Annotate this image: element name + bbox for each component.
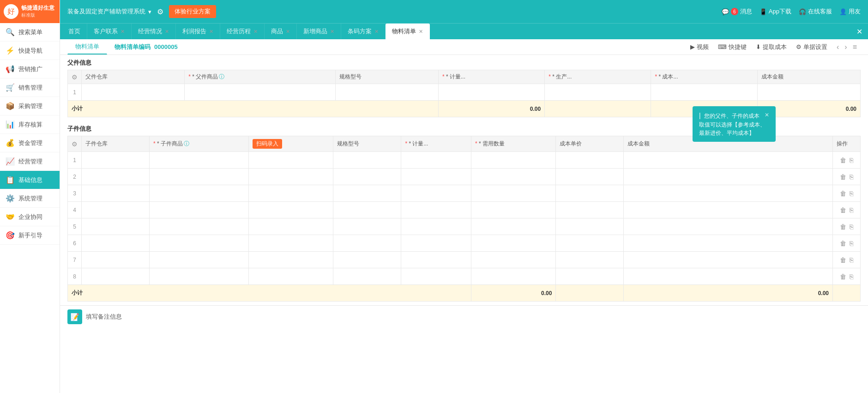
child-row-8-spec[interactable] [333, 268, 401, 285]
app-download-btn[interactable]: 📱 App下载 [760, 7, 791, 16]
child-row-3-spec[interactable] [333, 185, 401, 202]
child-row-8-delete-btn[interactable]: 🗑 [840, 273, 846, 280]
child-row-7-unit-price[interactable] [556, 252, 624, 268]
subtab-wuliaoqingdan[interactable]: 物料清单 [67, 39, 107, 54]
sidebar-item-5[interactable]: 📊库存核算 [0, 115, 60, 134]
child-row-1-copy-btn[interactable]: ⎘ [850, 157, 853, 164]
nav-tab-close-4[interactable]: ✕ [253, 29, 258, 35]
message-btn[interactable]: 💬 6 消息 [722, 7, 752, 16]
nav-tab-2[interactable]: 经营情况✕ [132, 24, 176, 39]
online-service-btn[interactable]: 🎧 在线客服 [799, 7, 832, 16]
child-row-5-delete-btn[interactable]: 🗑 [840, 223, 846, 230]
child-row-4-amount[interactable] [624, 202, 833, 218]
child-row-6-qty[interactable] [471, 235, 556, 252]
child-row-1-product[interactable] [150, 152, 249, 169]
next-btn[interactable]: › [843, 42, 849, 52]
child-row-1-unit-price[interactable] [556, 152, 624, 169]
child-row-8-unit-price[interactable] [556, 268, 624, 285]
scan-input-btn[interactable]: 扫码录入 [253, 139, 282, 149]
child-row-6-unit[interactable] [401, 235, 471, 252]
child-row-6-amount[interactable] [624, 235, 833, 252]
sidebar-item-3[interactable]: 🛒销售管理 [0, 79, 60, 97]
child-row-2-unit[interactable] [401, 169, 471, 185]
child-row-7-copy-btn[interactable]: ⎘ [850, 256, 853, 264]
child-row-5-qty[interactable] [471, 218, 556, 235]
parent-row-1-amount[interactable] [757, 84, 860, 101]
nav-tab-close-7[interactable]: ✕ [374, 29, 379, 35]
child-row-8-scan[interactable] [249, 268, 333, 285]
video-btn[interactable]: ▶ 视频 [687, 41, 712, 53]
child-row-2-scan[interactable] [249, 169, 333, 185]
child-row-2-qty[interactable] [471, 169, 556, 185]
shortcut-btn[interactable]: ⌨ 快捷键 [714, 41, 750, 53]
child-row-5-scan[interactable] [249, 218, 333, 235]
close-all-btn[interactable]: ✕ [853, 25, 866, 38]
child-row-5-product[interactable] [150, 218, 249, 235]
nav-tab-0[interactable]: 首页 [62, 24, 87, 39]
sidebar-item-4[interactable]: 📦采购管理 [0, 97, 60, 115]
child-row-2-amount[interactable] [624, 169, 833, 185]
child-row-6-delete-btn[interactable]: 🗑 [840, 240, 846, 247]
parent-row-1-unit[interactable] [438, 84, 544, 101]
child-row-3-amount[interactable] [624, 185, 833, 202]
grid-view-btn[interactable]: ≡ [851, 42, 859, 52]
nav-tab-7[interactable]: 条码方案✕ [341, 24, 386, 39]
child-row-5-copy-btn[interactable]: ⎘ [850, 223, 853, 230]
child-row-1-delete-btn[interactable]: 🗑 [840, 157, 846, 164]
child-row-7-delete-btn[interactable]: 🗑 [840, 256, 846, 264]
sidebar-item-11[interactable]: 🎯新手引导 [0, 226, 60, 245]
child-row-6-spec[interactable] [333, 235, 401, 252]
child-row-6-warehouse[interactable] [82, 235, 150, 252]
prev-btn[interactable]: ‹ [835, 42, 841, 52]
child-row-4-spec[interactable] [333, 202, 401, 218]
child-row-2-unit-price[interactable] [556, 169, 624, 185]
child-row-7-product[interactable] [150, 252, 249, 268]
child-row-3-scan[interactable] [249, 185, 333, 202]
child-row-7-amount[interactable] [624, 252, 833, 268]
child-row-3-copy-btn[interactable]: ⎘ [850, 190, 853, 197]
nav-tab-close-5[interactable]: ✕ [286, 29, 290, 35]
parent-row-1-cost[interactable] [651, 84, 757, 101]
child-row-2-spec[interactable] [333, 169, 401, 185]
child-gear-icon[interactable]: ⚙ [72, 140, 78, 148]
user-btn[interactable]: 👤 用友 [839, 7, 861, 16]
child-row-4-delete-btn[interactable]: 🗑 [840, 206, 846, 214]
child-row-2-delete-btn[interactable]: 🗑 [840, 173, 846, 181]
child-row-7-qty[interactable] [471, 252, 556, 268]
sidebar-item-10[interactable]: 🤝企业协同 [0, 208, 60, 226]
sidebar-item-7[interactable]: 📈经营管理 [0, 152, 60, 171]
child-row-1-scan[interactable] [249, 152, 333, 169]
child-row-1-spec[interactable] [333, 152, 401, 169]
nav-tab-close-3[interactable]: ✕ [209, 29, 213, 35]
child-row-4-warehouse[interactable] [82, 202, 150, 218]
child-row-4-qty[interactable] [471, 202, 556, 218]
child-row-3-qty[interactable] [471, 185, 556, 202]
child-row-8-warehouse[interactable] [82, 268, 150, 285]
child-row-1-amount[interactable] [624, 152, 833, 169]
sidebar-item-9[interactable]: ⚙️系统管理 [0, 189, 60, 208]
child-row-8-copy-btn[interactable]: ⎘ [850, 273, 853, 280]
child-row-5-unit-price[interactable] [556, 218, 624, 235]
child-row-5-spec[interactable] [333, 218, 401, 235]
nav-tab-3[interactable]: 利润报告✕ [176, 24, 220, 39]
child-row-7-unit[interactable] [401, 252, 471, 268]
child-row-8-amount[interactable] [624, 268, 833, 285]
nav-tab-4[interactable]: 经营历程✕ [220, 24, 265, 39]
child-row-3-delete-btn[interactable]: 🗑 [840, 190, 846, 197]
parent-row-1-warehouse[interactable] [82, 84, 185, 101]
child-row-1-qty[interactable] [471, 152, 556, 169]
child-row-7-scan[interactable] [249, 252, 333, 268]
child-row-3-unit-price[interactable] [556, 185, 624, 202]
nav-tab-8[interactable]: 物料清单✕ [386, 24, 430, 39]
tooltip-close-btn[interactable]: ✕ [765, 111, 769, 119]
child-row-3-product[interactable] [150, 185, 249, 202]
child-row-2-product[interactable] [150, 169, 249, 185]
child-row-8-unit[interactable] [401, 268, 471, 285]
nav-tab-close-6[interactable]: ✕ [330, 29, 334, 35]
nav-tab-5[interactable]: 商品✕ [265, 24, 297, 39]
child-row-3-unit[interactable] [401, 185, 471, 202]
child-row-6-scan[interactable] [249, 235, 333, 252]
sidebar-item-0[interactable]: 🔍搜索菜单 [0, 23, 60, 42]
extract-cost-btn[interactable]: ⬇ 提取成本 [752, 41, 790, 53]
parent-row-1-spec[interactable] [335, 84, 438, 101]
